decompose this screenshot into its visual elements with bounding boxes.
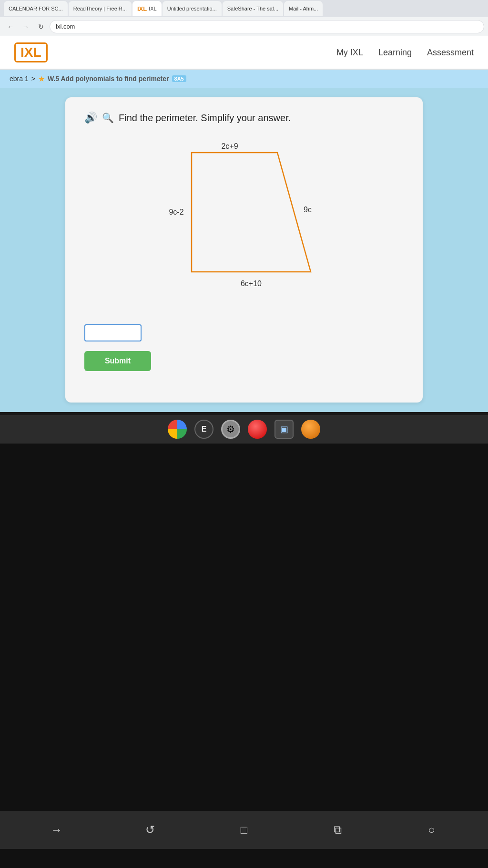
answer-input[interactable] xyxy=(84,324,142,341)
nav-myixl[interactable]: My IXL xyxy=(336,48,363,58)
nav-assessment[interactable]: Assessment xyxy=(427,48,474,58)
dock-refresh[interactable]: ↺ xyxy=(138,818,162,842)
address-text: ixl.com xyxy=(56,23,75,30)
question-card: 🔊 🔍 Find the perimeter. Simplify your an… xyxy=(65,97,423,403)
tab-safeshare[interactable]: SafeShare - The saf... xyxy=(223,1,283,16)
breadcrumb: ebra 1 > ★ W.5 Add polynomials to find p… xyxy=(0,70,488,88)
tab-label: CALENDAR FOR SC... xyxy=(9,6,63,11)
tab-readtheory[interactable]: ReadTheory | Free R... xyxy=(69,1,132,16)
dock-forward[interactable]: → xyxy=(44,818,68,842)
tab-bar: CALENDAR FOR SC... ReadTheory | Free R..… xyxy=(0,0,488,17)
quadrilateral-svg: 2c+9 9c-2 9c 6c+10 xyxy=(163,138,325,310)
left-side-label: 9c-2 xyxy=(169,208,183,216)
ixl-header: IXL My IXL Learning Assessment xyxy=(0,36,488,70)
breadcrumb-arrow: > xyxy=(31,75,35,83)
tab-ixl-logo: IXL xyxy=(137,5,147,12)
nav-learning[interactable]: Learning xyxy=(378,48,412,58)
ixl-logo[interactable]: IXL xyxy=(14,42,48,62)
tab-calendar[interactable]: CALENDAR FOR SC... xyxy=(4,1,68,16)
translate-icon[interactable]: 🔍 xyxy=(102,112,114,124)
settings-icon[interactable]: ⚙ xyxy=(221,420,240,439)
shape-diagram: 2c+9 9c-2 9c 6c+10 xyxy=(84,138,404,310)
bottom-side-label: 6c+10 xyxy=(241,279,262,288)
svg-marker-0 xyxy=(192,153,311,272)
refresh-button[interactable]: ↻ xyxy=(34,20,48,33)
browser-toolbar: ← → ↻ ixl.com xyxy=(0,17,488,36)
question-header: 🔊 🔍 Find the perimeter. Simplify your an… xyxy=(84,112,404,124)
tab-presentation[interactable]: Untitled presentatio... xyxy=(163,1,222,16)
ixl-nav: My IXL Learning Assessment xyxy=(336,48,474,58)
address-bar[interactable]: ixl.com xyxy=(50,20,484,33)
breadcrumb-badge: 8A5 xyxy=(172,75,186,82)
submit-button[interactable]: Submit xyxy=(84,351,151,371)
right-side-label: 9c xyxy=(304,206,312,214)
breadcrumb-star-icon: ★ xyxy=(38,74,45,83)
answer-section xyxy=(84,324,404,341)
question-instruction: Find the perimeter. Simplify your answer… xyxy=(119,113,291,124)
speaker-icon[interactable]: 🔊 xyxy=(84,112,97,124)
taskbar: E ⚙ ▣ xyxy=(0,415,488,444)
dock-square[interactable]: □ xyxy=(232,818,256,842)
main-content: 🔊 🔍 Find the perimeter. Simplify your an… xyxy=(0,88,488,412)
red-icon[interactable] xyxy=(248,420,267,439)
breadcrumb-topic[interactable]: W.5 Add polynomials to find perimeter xyxy=(48,75,169,83)
bottom-dock: → ↺ □ ⧉ ○ xyxy=(0,811,488,849)
monitor-icon[interactable]: ▣ xyxy=(274,420,294,439)
tab-label: IXL xyxy=(149,6,157,11)
tab-mail[interactable]: Mail - Ahm... xyxy=(284,1,323,16)
dock-search[interactable]: ○ xyxy=(420,818,444,842)
chrome-icon[interactable] xyxy=(168,420,187,439)
tab-label: ReadTheory | Free R... xyxy=(73,6,127,11)
e-icon[interactable]: E xyxy=(194,420,214,439)
top-side-label: 2c+9 xyxy=(221,142,238,150)
dock-windows[interactable]: ⧉ xyxy=(326,818,350,842)
forward-button[interactable]: → xyxy=(19,20,32,33)
tab-ixl[interactable]: IXL IXL xyxy=(132,1,162,16)
breadcrumb-section: ebra 1 xyxy=(10,75,29,83)
dark-area xyxy=(0,444,488,868)
back-button[interactable]: ← xyxy=(4,20,17,33)
tab-label: Untitled presentatio... xyxy=(167,6,217,11)
tab-label: Mail - Ahm... xyxy=(289,6,318,11)
orange-icon[interactable] xyxy=(301,420,320,439)
tab-label: SafeShare - The saf... xyxy=(227,6,278,11)
